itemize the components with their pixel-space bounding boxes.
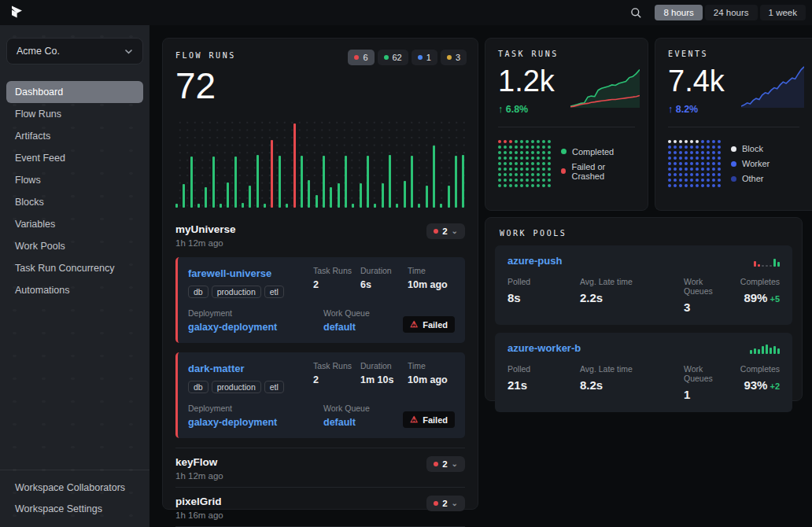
pool-stat-value: 3 <box>684 300 717 314</box>
grid-dot <box>548 179 551 182</box>
flow-group-name[interactable]: pixelGrid <box>175 496 223 507</box>
search-button[interactable] <box>630 7 642 19</box>
time-filter-24-hours[interactable]: 24 hours <box>705 5 758 20</box>
flow-run-card[interactable]: dark-matterdbproductionetlTask Runs2Dura… <box>175 352 465 438</box>
flow-runs-total: 72 <box>175 68 465 104</box>
sidebar-item-flow-runs[interactable]: Flow Runs <box>6 103 143 125</box>
flow-group-name[interactable]: keyFlow <box>175 456 223 468</box>
grid-dot <box>674 179 677 182</box>
flow-run-bar <box>382 183 384 208</box>
stat-label: Task Runs <box>313 361 360 370</box>
flow-group: pixelGrid1h 16m ago2⌄ <box>175 487 465 527</box>
pool-stat-value: 8s <box>507 291 580 304</box>
divider <box>498 127 635 127</box>
time-filter-8-hours[interactable]: 8 hours <box>655 5 702 20</box>
deployment-link[interactable]: galaxy-deployment <box>188 322 323 333</box>
run-stat-duration: Duration1m 10s <box>360 361 408 393</box>
run-name-link[interactable]: dark-matter <box>188 363 245 374</box>
failed-state-badge: ⚠Failed <box>403 316 455 333</box>
flow-run-bar <box>234 157 237 208</box>
time-filter-1-week[interactable]: 1 week <box>760 5 806 20</box>
state-dot-icon <box>354 55 359 60</box>
grid-dot <box>548 173 551 176</box>
sidebar-item-blocks[interactable]: Blocks <box>6 191 143 213</box>
grid-dot <box>526 157 529 160</box>
sidebar-nav: DashboardFlow RunsArtifactsEvent FeedFlo… <box>0 81 149 301</box>
work-pool-header: azure-worker-b <box>507 342 780 354</box>
work-pool-card[interactable]: azure-pushPolled8sAvg. Late time2.2sWork… <box>495 245 792 325</box>
grid-dot <box>542 146 545 149</box>
run-tags: dbproductionetl <box>188 381 313 393</box>
legend-item: Block <box>731 144 770 153</box>
flow-group-count-chip[interactable]: 2⌄ <box>426 496 465 511</box>
sidebar-item-task-run-concurrency[interactable]: Task Run Concurrency <box>6 257 143 279</box>
sidebar-item-dashboard[interactable]: Dashboard <box>6 81 143 103</box>
flow-run-bar <box>440 204 442 208</box>
grid-dot <box>668 157 671 160</box>
work-pool-list: azure-pushPolled8sAvg. Late time2.2sWork… <box>495 245 792 412</box>
stat-label: Deployment <box>188 308 323 318</box>
run-card-row2: Deploymentgalaxy-deploymentWork Queuedef… <box>188 404 455 428</box>
deployment-link[interactable]: galaxy-deployment <box>188 417 323 428</box>
grid-dot <box>548 162 551 165</box>
legend-dot-icon <box>561 168 566 174</box>
grid-dot <box>542 162 545 165</box>
work-pool-name-link[interactable]: azure-worker-b <box>507 342 581 354</box>
grid-dot <box>542 179 545 182</box>
sidebar-item-workspace-settings[interactable]: Workspace Settings <box>6 498 143 519</box>
flow-run-bar <box>197 204 200 208</box>
flow-run-card[interactable]: farewell-universedbproductionetlTask Run… <box>175 257 465 343</box>
flow-run-bar <box>330 187 332 208</box>
sidebar-item-work-pools[interactable]: Work Pools <box>6 235 143 257</box>
workspace-selector[interactable]: Acme Co. <box>6 38 143 64</box>
sidebar-item-event-feed[interactable]: Event Feed <box>6 147 143 169</box>
flow-runs-panel: FLOW RUNS 66213 72 myUniverse1h 12m ago2… <box>162 38 478 510</box>
state-filter-badge[interactable]: 6 <box>348 50 374 65</box>
grid-dot <box>498 157 501 160</box>
grid-dot <box>690 168 693 171</box>
work-queue-link[interactable]: default <box>323 322 403 333</box>
work-pool-mini-chart <box>754 256 780 267</box>
state-filter-badge[interactable]: 3 <box>441 50 467 65</box>
sidebar-item-variables[interactable]: Variables <box>6 213 143 235</box>
sidebar-item-flows[interactable]: Flows <box>6 169 143 191</box>
run-name-link[interactable]: farewell-universe <box>188 267 271 279</box>
grid-dot <box>707 157 710 160</box>
state-filter-badge[interactable]: 1 <box>412 50 437 65</box>
run-work-queue: Work Queuedefault <box>323 308 403 333</box>
task-runs-title: TASK RUNS <box>498 50 635 58</box>
state-filter-badge[interactable]: 62 <box>378 50 408 65</box>
work-pool-card[interactable]: azure-worker-bPolled21sAvg. Late time8.2… <box>495 333 792 412</box>
mini-bar <box>754 348 756 354</box>
sidebar-item-artifacts[interactable]: Artifacts <box>6 125 143 147</box>
sidebar-item-workspace-collaborators[interactable]: Workspace Collaborators <box>6 477 143 498</box>
work-queue-link[interactable]: default <box>323 417 403 428</box>
sidebar-footer: Workspace CollaboratorsWorkspace Setting… <box>0 470 149 524</box>
pool-stat-value: 8.2s <box>580 378 684 392</box>
flow-group-count-chip[interactable]: 2⌄ <box>426 456 465 472</box>
work-pool-name-link[interactable]: azure-push <box>507 255 562 267</box>
flow-group-count-chip[interactable]: 2⌄ <box>426 223 465 239</box>
grid-dot <box>707 168 710 171</box>
grid-dot <box>537 168 540 171</box>
flow-run-bar <box>242 203 244 208</box>
flow-group-name[interactable]: myUniverse <box>175 223 236 235</box>
run-stat-time: Time10m ago <box>408 361 455 393</box>
task-runs-dot-grid <box>498 140 551 187</box>
divider <box>668 127 799 127</box>
warning-icon: ⚠ <box>410 319 418 330</box>
run-tag: db <box>188 381 209 393</box>
workspace-name: Acme Co. <box>17 46 60 57</box>
grid-dot <box>526 168 529 171</box>
topbar: 8 hours24 hours1 week <box>0 0 812 25</box>
grid-dot <box>515 140 518 143</box>
grid-dot <box>718 151 721 154</box>
grid-dot <box>685 162 688 165</box>
grid-dot <box>707 184 710 187</box>
grid-dot <box>509 146 512 149</box>
grid-dot <box>701 157 704 160</box>
sidebar-item-automations[interactable]: Automations <box>6 279 143 301</box>
grid-dot <box>498 151 501 154</box>
grid-dot <box>679 157 682 160</box>
stat-value: 10m ago <box>408 279 455 290</box>
